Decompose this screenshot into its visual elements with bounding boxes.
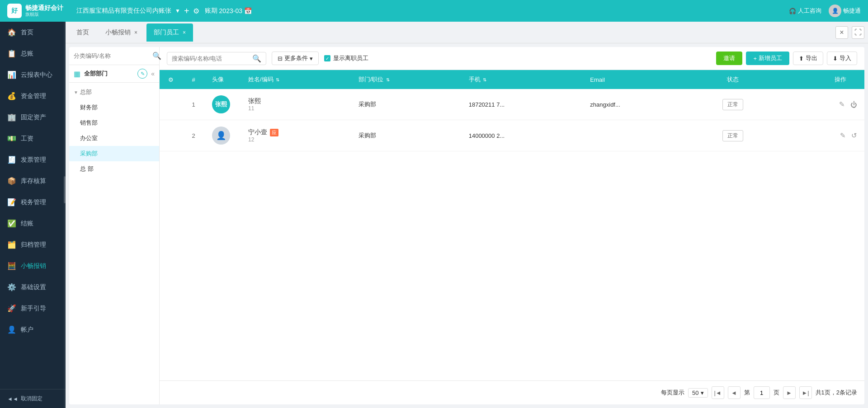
tab-expense[interactable]: 小畅报销 ×: [98, 23, 145, 42]
base-settings-icon: ⚙️: [7, 283, 16, 291]
unpin-button[interactable]: ◄◄ 取消固定: [0, 389, 66, 408]
sidebar-item-closing[interactable]: ✅ 结账: [0, 213, 66, 234]
calendar-icon[interactable]: 📅: [244, 7, 252, 14]
tax-icon: 📝: [7, 198, 16, 206]
dept-panel: 🔍 ▦ 全部部门 ✎ « ▼ 总部 财务部: [69, 47, 160, 404]
show-resigned-checkbox[interactable]: ✓: [324, 55, 330, 61]
company-selector[interactable]: 江西服宝精品有限责任公司内账张 ▼: [76, 7, 180, 15]
dept-search-input[interactable]: [74, 52, 150, 59]
sidebar-item-account[interactable]: 👤 帐户: [0, 319, 66, 340]
th-name[interactable]: 姓名/编码 ⇅: [241, 70, 351, 89]
row-2-actions: ✎ ↺: [775, 120, 864, 151]
tab-department-close-button[interactable]: ×: [183, 29, 186, 36]
last-page-button[interactable]: ►|: [799, 386, 812, 399]
service-button[interactable]: 🎧 人工咨询: [789, 7, 821, 15]
sidebar-item-settings[interactable]: ⚙️ 基础设置: [0, 277, 66, 298]
expense-icon: 🧮: [7, 262, 16, 270]
employee-name-1: 张熙: [248, 97, 344, 105]
add-company-button[interactable]: +: [184, 6, 189, 16]
sidebar-label-assets: 固定资产: [21, 113, 46, 122]
dept-item-finance[interactable]: 财务部: [69, 100, 159, 115]
dept-collapse-button[interactable]: «: [151, 70, 155, 77]
dept-tree-parent-head[interactable]: ▼ 总部: [69, 84, 159, 100]
avatar-zhang: 张熙: [212, 95, 230, 113]
row-2-phone: 14000000 2...: [462, 120, 583, 151]
row-1-index: 1: [182, 89, 205, 120]
edit-button-1[interactable]: ✎: [839, 100, 845, 108]
settings-gear-icon[interactable]: ⚙: [193, 7, 199, 15]
sidebar-label-invoice: 发票管理: [21, 156, 46, 164]
sidebar-item-payroll[interactable]: 💵 工资: [0, 128, 66, 149]
sidebar-item-tax[interactable]: 📝 税务管理: [0, 192, 66, 213]
page-size-select[interactable]: 50 ▾: [688, 388, 708, 398]
dept-item-purchase[interactable]: 采购部: [69, 146, 159, 161]
sidebar-item-guide[interactable]: 🚀 新手引导: [0, 298, 66, 319]
sidebar-item-reports[interactable]: 📊 云报表中心: [0, 64, 66, 85]
sidebar-item-home[interactable]: 🏠 首页: [0, 22, 66, 43]
close-tab-button[interactable]: ×: [835, 26, 848, 39]
scrollbar-track[interactable]: [64, 22, 66, 408]
import-button[interactable]: ⬇ 导入: [827, 52, 857, 65]
page-input[interactable]: [754, 386, 770, 399]
tab-home[interactable]: 首页: [69, 23, 96, 42]
employee-code-1: 11: [248, 105, 344, 112]
more-filters-button[interactable]: ⊟ 更多条件 ▾: [272, 52, 319, 65]
invite-button[interactable]: 邀请: [716, 52, 742, 65]
sidebar-item-capital[interactable]: 💰 资金管理: [0, 85, 66, 107]
dept-sort-icon: ⇅: [386, 77, 390, 82]
scrollbar-thumb[interactable]: [64, 176, 66, 203]
period-display: 账期 2023-03 📅: [205, 7, 252, 15]
th-avatar: 头像: [205, 70, 241, 89]
sidebar-label-guide: 新手引导: [21, 305, 46, 313]
header-right: 🎧 人工咨询 👤 畅捷通: [789, 5, 861, 17]
total-info: 共1页，2条记录: [816, 389, 857, 397]
expand-tab-button[interactable]: ⛶: [852, 26, 864, 39]
name-sort-icon: ⇅: [276, 77, 279, 82]
invoice-icon: 🧾: [7, 155, 16, 164]
closing-icon: ✅: [7, 219, 16, 228]
employee-name-2: 宁小壹: [248, 128, 267, 136]
sidebar-item-archive[interactable]: 🗂️ 归档管理: [0, 234, 66, 255]
dept-item-office[interactable]: 办公室: [69, 131, 159, 146]
dept-item-sales[interactable]: 销售部: [69, 115, 159, 131]
period-value: 2023-03: [219, 7, 242, 14]
dept-edit-button[interactable]: ✎: [137, 69, 147, 79]
show-resigned-toggle[interactable]: ✓ 显示离职员工: [324, 54, 368, 62]
show-resigned-label: 显示离职员工: [333, 54, 368, 62]
sidebar-item-assets[interactable]: 🏢 固定资产: [0, 107, 66, 128]
home-icon: 🏠: [7, 28, 16, 37]
top-header: 好 畅捷通好会计 旗舰版 江西服宝精品有限责任公司内账张 ▼ + ⚙ 账期 20…: [0, 0, 868, 22]
row-1-actions: ✎ ⏻: [775, 89, 864, 120]
add-employee-button[interactable]: + 新增员工: [746, 52, 789, 65]
sidebar-item-invoice[interactable]: 🧾 发票管理: [0, 149, 66, 170]
tab-department[interactable]: 部门员工 ×: [146, 23, 193, 42]
reset-button-2[interactable]: ↺: [851, 131, 857, 140]
dept-office-label: 办公室: [80, 134, 98, 142]
employee-search-icon[interactable]: 🔍: [252, 54, 261, 63]
user-menu[interactable]: 👤 畅捷通: [829, 5, 861, 17]
period-label: 账期: [205, 7, 217, 15]
prev-page-button[interactable]: ◄: [728, 386, 741, 399]
dept-item-general[interactable]: 总 部: [69, 161, 159, 177]
th-dept[interactable]: 部门/职位 ⇅: [351, 70, 462, 89]
edit-button-2[interactable]: ✎: [840, 131, 846, 140]
employee-search-input[interactable]: [172, 55, 250, 62]
sidebar-item-expense[interactable]: 🧮 小畅报销: [0, 255, 66, 277]
row-1-name-cell: 张熙 11: [241, 89, 351, 120]
dept-finance-label: 财务部: [80, 103, 98, 112]
sidebar-label-closing: 结账: [21, 220, 33, 228]
first-page-button[interactable]: |◄: [712, 386, 724, 399]
export-button[interactable]: ⬆ 导出: [793, 52, 823, 65]
inventory-icon: 📦: [7, 177, 16, 185]
logout-button-1[interactable]: ⏻: [850, 101, 857, 108]
next-page-button[interactable]: ►: [783, 386, 796, 399]
th-phone[interactable]: 手机 ⇅: [462, 70, 583, 89]
company-dropdown-icon[interactable]: ▼: [175, 8, 180, 14]
sidebar: 🏠 首页 📋 总账 📊 云报表中心 💰 资金管理 🏢 固定资产 💵 工资 🧾 发…: [0, 22, 66, 408]
tab-expense-close-button[interactable]: ×: [134, 29, 137, 36]
list-toolbar: 🔍 ⊟ 更多条件 ▾ ✓ 显示离职员工 邀请 +: [160, 47, 864, 70]
sidebar-item-inventory[interactable]: 📦 库存核算: [0, 170, 66, 192]
export-icon: ⬆: [799, 55, 804, 62]
th-settings[interactable]: ⚙: [160, 70, 182, 89]
sidebar-item-ledger[interactable]: 📋 总账: [0, 43, 66, 64]
